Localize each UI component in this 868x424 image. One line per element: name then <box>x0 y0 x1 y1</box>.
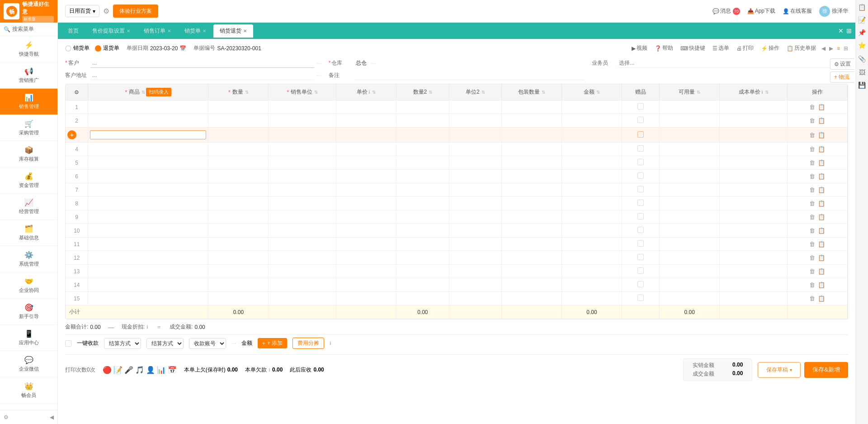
tab-close-sales-return[interactable]: ✕ <box>243 29 247 33</box>
tab-price-settings[interactable]: 售价提取设置 ✕ <box>86 24 137 38</box>
user-menu[interactable]: 徐 徐泽华 <box>819 6 848 17</box>
industry-selector[interactable]: 日用百货 ▾ <box>65 5 99 17</box>
sidebar-item-vip[interactable]: 👑 畅会员 <box>0 377 57 404</box>
sidebar-item-operation[interactable]: 📈 经营管理 <box>0 194 57 220</box>
delete-icon[interactable]: 🗑 <box>809 159 815 166</box>
tab-home[interactable]: 首页 <box>61 24 85 38</box>
search-menu[interactable]: 🔍 搜索菜单 <box>0 23 57 36</box>
quantity-cell-active[interactable] <box>208 128 269 143</box>
account-select[interactable]: 收款账号 <box>189 338 226 349</box>
tab-sales-order[interactable]: 销售订单 ✕ <box>137 24 177 38</box>
prev-icon[interactable]: ◀ <box>821 45 826 52</box>
right-icon-7[interactable]: 💾 <box>858 81 866 89</box>
unit-cell-active[interactable] <box>269 128 336 143</box>
gift-cell[interactable] <box>622 100 660 114</box>
table-settings-icon[interactable]: ⚙ <box>74 89 79 95</box>
trial-btn[interactable]: 体验行业方案 <box>113 5 158 18</box>
close-tab-icon[interactable]: ✕ <box>838 27 844 34</box>
quantity-cell[interactable] <box>208 100 269 114</box>
sidebar-item-appstore[interactable]: 📱 应用中心 <box>0 325 57 351</box>
sidebar-item-finance[interactable]: 💰 资金管理 <box>0 167 57 194</box>
delete-icon[interactable]: 🗑 <box>809 295 815 302</box>
gift-checkbox[interactable] <box>637 117 644 123</box>
right-icon-1[interactable]: 📋 <box>858 4 866 11</box>
sort-quantity2[interactable]: ⇅ <box>429 90 432 95</box>
price-cell[interactable] <box>336 114 396 128</box>
salesperson-input[interactable] <box>617 58 841 68</box>
amount-cell[interactable] <box>562 114 622 128</box>
gift-checkbox[interactable] <box>637 103 644 110</box>
price-cell[interactable] <box>336 100 396 114</box>
tab-sales-return[interactable]: 销货退货 ✕ <box>213 24 253 38</box>
tab-sales-delivery[interactable]: 销货单 ✕ <box>178 24 212 38</box>
amount-cell[interactable] <box>562 100 622 114</box>
amount-cell-active[interactable] <box>562 128 622 143</box>
delete-icon[interactable]: 🗑 <box>809 173 815 180</box>
delete-icon[interactable]: 🗑 <box>809 104 815 110</box>
tab-close-sales-order[interactable]: ✕ <box>167 29 171 33</box>
list-view-icon[interactable]: ≡ <box>837 45 840 52</box>
gift-cell-active[interactable] <box>622 128 660 143</box>
add-payment-btn[interactable]: + + 添加 <box>258 338 287 348</box>
help-btn[interactable]: ❓帮助 <box>653 43 675 53</box>
delete-icon[interactable]: 🗑 <box>809 117 815 124</box>
sort-cost[interactable]: ⇅ <box>765 90 769 95</box>
sort-price[interactable]: ⇅ <box>372 90 376 95</box>
th-settings[interactable]: ⚙ <box>66 84 88 100</box>
right-icon-5[interactable]: 📎 <box>857 54 867 63</box>
copy-icon[interactable]: 📋 <box>818 268 825 275</box>
pkg-qty-cell-active[interactable] <box>501 128 561 143</box>
unit2-cell[interactable] <box>449 100 501 114</box>
delete-icon[interactable]: 🗑 <box>809 241 815 248</box>
logistics-side-btn[interactable]: + 物流 <box>830 71 854 83</box>
sort-unit[interactable]: ⇅ <box>314 90 318 95</box>
settings-side-btn[interactable]: ⚙ 设置 <box>830 58 854 70</box>
unit2-cell-active[interactable] <box>449 128 501 143</box>
delete-icon[interactable]: 🗑 <box>809 214 815 220</box>
one-click-checkbox[interactable] <box>65 340 71 347</box>
unit-cell[interactable] <box>269 114 336 128</box>
right-icon-6[interactable]: 🖼 <box>859 69 865 76</box>
collapse-icon[interactable]: ◀ <box>50 414 54 420</box>
delete-icon[interactable]: 🗑 <box>809 132 815 138</box>
radio-sales[interactable]: 销货单 <box>65 44 90 52</box>
gift-checkbox-active[interactable] <box>637 131 644 138</box>
copy-icon[interactable]: 📋 <box>818 295 825 302</box>
calc-select[interactable]: 结算方式 <box>146 338 184 349</box>
sidebar-item-enterprise[interactable]: 🤝 企业协同 <box>0 272 57 299</box>
copy-icon[interactable]: 📋 <box>818 241 825 248</box>
copy-icon[interactable]: 📋 <box>818 117 825 124</box>
sort-available[interactable]: ⇅ <box>697 90 700 95</box>
tab-close-sales-delivery[interactable]: ✕ <box>203 29 206 33</box>
sort-product[interactable]: ⇅ <box>142 90 145 95</box>
product-cell[interactable] <box>88 100 208 114</box>
feiyong-btn[interactable]: 费用分摊 <box>292 338 324 349</box>
tab-close-price-settings[interactable]: ✕ <box>127 29 130 33</box>
pkg-qty-cell[interactable] <box>501 100 561 114</box>
history-btn[interactable]: 📋历史单据 <box>785 43 818 53</box>
select-btn[interactable]: ☰选单 <box>711 43 731 53</box>
next-icon[interactable]: ▶ <box>829 45 833 52</box>
copy-icon[interactable]: 📋 <box>818 104 825 110</box>
copy-icon[interactable]: 📋 <box>818 146 825 152</box>
app-download-btn[interactable]: 📥 App下载 <box>747 7 775 15</box>
gift-cell[interactable] <box>622 114 660 128</box>
sort-unit2[interactable]: ⇅ <box>481 90 485 95</box>
account-dots[interactable]: ··· <box>231 340 236 347</box>
sort-pkg[interactable]: ⇅ <box>542 90 545 95</box>
remark-input[interactable] <box>354 71 585 80</box>
product-input-active[interactable] <box>90 130 206 139</box>
customer-dots[interactable]: ··· <box>317 60 321 67</box>
message-btn[interactable]: 💬 消息 70 <box>712 7 740 15</box>
warehouse-dots[interactable]: ··· <box>371 60 376 67</box>
operation-btn[interactable]: ⚡操作 <box>759 43 781 53</box>
sidebar-item-shortcut[interactable]: ⚡ 快捷导航 <box>0 36 57 62</box>
right-icon-2[interactable]: 📝 <box>858 16 866 24</box>
quantity2-cell[interactable] <box>396 100 449 114</box>
quantity-cell[interactable] <box>208 114 269 128</box>
copy-icon[interactable]: 📋 <box>818 173 825 180</box>
price-cell-active[interactable] <box>336 128 396 143</box>
pkg-qty-cell[interactable] <box>501 114 561 128</box>
copy-icon[interactable]: 📋 <box>818 186 825 193</box>
delete-icon[interactable]: 🗑 <box>809 281 815 288</box>
